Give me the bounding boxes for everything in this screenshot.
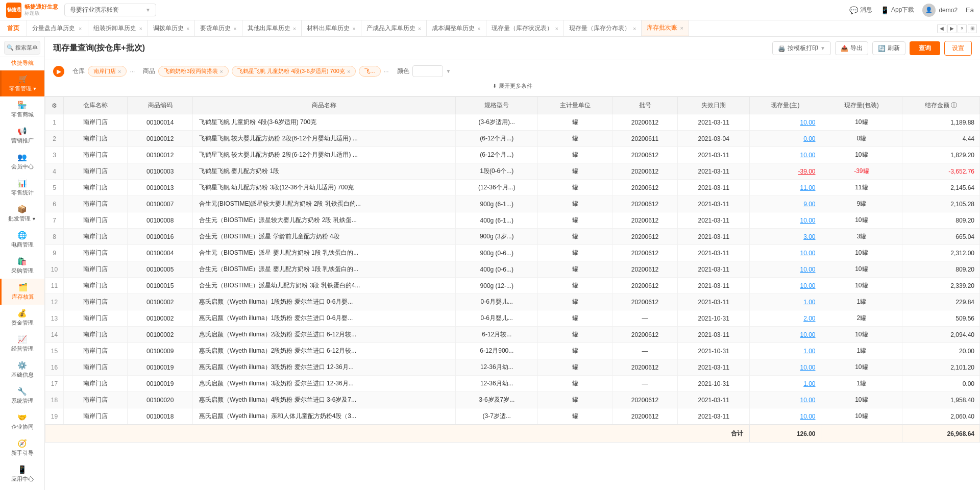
row-qty[interactable]: 10.00 (750, 147, 821, 163)
tab-zuhe[interactable]: 组装拆卸单历史 × (88, 20, 148, 37)
tab-qitachu[interactable]: 其他出库单历史 × (242, 20, 302, 37)
tag-close-icon[interactable]: × (220, 68, 223, 75)
product-filter-more[interactable]: ··· (384, 68, 389, 75)
tag-close-icon[interactable]: × (347, 68, 350, 75)
sidebar-item-stats[interactable]: 📊 零售统计 (0, 175, 44, 201)
filter-more-icon[interactable]: ··· (130, 68, 135, 75)
row-batch: — (612, 310, 678, 327)
tab-xianzailiang1-close[interactable]: × (555, 26, 558, 32)
row-qty[interactable]: 10.00 (750, 245, 821, 261)
product-tag-3[interactable]: 飞... (359, 66, 380, 77)
tab-fenpan[interactable]: 分量盘点单历史 × (27, 20, 88, 37)
row-name: 飞鹤星飞帆 较大婴儿配方奶粉 2段(6-12个月婴幼儿适用) ... (193, 131, 456, 147)
tab-zuhe-label: 组装拆卸单历史 (93, 24, 136, 33)
tab-zuhe-close[interactable]: × (139, 26, 142, 32)
tab-nav-controls: ◀ ▶ × ⊞ (934, 24, 980, 33)
row-qty-pkg: 1罐 (821, 376, 902, 392)
sidebar-item-marketing[interactable]: 📢 营销推广 (0, 122, 44, 149)
sidebar-item-apps[interactable]: 📱 应用中心 (0, 461, 44, 487)
tab-home[interactable]: 首页 (0, 20, 27, 37)
sidebar-item-member[interactable]: 👥 会员中心 (0, 149, 44, 175)
tab-prev-btn[interactable]: ◀ (937, 24, 946, 33)
color-input[interactable] (412, 65, 443, 77)
warehouse-tag[interactable]: 南岸门店 × (88, 66, 127, 77)
row-qty[interactable]: 3.00 (750, 229, 821, 245)
tab-menu-btn[interactable]: ⊞ (968, 24, 977, 33)
tab-fenpan-close[interactable]: × (78, 26, 83, 32)
tab-xianzailiang2-close[interactable]: × (633, 26, 636, 32)
row-qty[interactable]: 9.00 (750, 196, 821, 212)
tab-xianzailiang1[interactable]: 现存量（库存状况表） × (486, 20, 564, 37)
sidebar-item-finance[interactable]: 💰 资金管理 (0, 305, 44, 331)
row-qty[interactable]: 2.00 (750, 310, 821, 327)
row-qty[interactable]: 10.00 (750, 212, 821, 229)
tab-next-btn[interactable]: ▶ (947, 24, 957, 33)
filter-expand-arrow[interactable]: ▶ (53, 66, 64, 77)
row-qty[interactable]: 10.00 (750, 327, 821, 343)
row-qty[interactable]: 10.00 (750, 408, 821, 425)
tab-kucunpici[interactable]: 库存批次账 × (642, 20, 689, 37)
row-qty[interactable]: 1.00 (750, 343, 821, 359)
sidebar-item-enterprise[interactable]: 🤝 企业协同 (0, 409, 44, 435)
sidebar-item-wholesale[interactable]: 📦 批发管理 ▼ (0, 201, 44, 227)
tab-tiaopi[interactable]: 调拨单历史 × (148, 20, 195, 37)
tab-chengben-close[interactable]: × (477, 26, 480, 32)
settings-btn[interactable]: 设置 (944, 41, 972, 56)
tab-yaohuo[interactable]: 要货单历史 × (195, 20, 242, 37)
query-btn[interactable]: 查询 (910, 41, 940, 55)
row-qty[interactable]: 10.00 (750, 392, 821, 408)
row-batch: 20200612 (612, 261, 678, 278)
print-btn[interactable]: 🖨️ 按模板打印 ▼ (772, 41, 831, 55)
tab-qitachu-close[interactable]: × (293, 26, 296, 32)
row-qty[interactable]: -39.00 (750, 163, 821, 180)
row-qty[interactable]: 10.00 (750, 261, 821, 278)
tag-close-icon[interactable]: × (118, 68, 121, 75)
tab-xianzailiang2[interactable]: 现存量（库存分布表） × (564, 20, 642, 37)
sidebar-item-retail-mgmt[interactable]: 🛒 零售管理 ▼ (0, 70, 44, 96)
sidebar-item-guide[interactable]: 🧭 新手引导 (0, 435, 44, 461)
sidebar-item-ecommerce[interactable]: 🌐 电商管理 (0, 227, 44, 253)
sidebar-item-basic[interactable]: ⚙️ 基础信息 (0, 357, 44, 383)
row-no: 5 (45, 180, 64, 196)
sidebar-quicknav-btn[interactable]: 快捷导航 (0, 57, 44, 70)
product-tag-2[interactable]: 飞鹤星飞帆 儿童奶粉 4段(3-6岁适用) 700克 × (232, 66, 356, 77)
row-qty[interactable]: 1.00 (750, 376, 821, 392)
tab-close-all-btn[interactable]: × (958, 24, 967, 33)
app-download-btn[interactable]: 📱 App下载 (880, 6, 914, 14)
expand-more-btn[interactable]: ⬇ 展开更多条件 (53, 79, 972, 93)
product-tag-1[interactable]: 飞鹤奶粉3段丙筒搭装 × (158, 66, 229, 77)
row-warehouse: 南岸门店 (64, 131, 128, 147)
sidebar-item-system[interactable]: 🔧 系统管理 (0, 383, 44, 409)
row-code: 00100004 (128, 245, 193, 261)
messages-btn[interactable]: 💬 消息 (849, 6, 872, 14)
tab-cailiao-close[interactable]: × (352, 26, 355, 32)
export-btn[interactable]: 📤 导出 (835, 41, 868, 55)
sidebar-item-operation[interactable]: 📈 经营管理 (0, 331, 44, 357)
tab-kucunpici-close[interactable]: × (680, 25, 683, 31)
sidebar-item-inventory[interactable]: 🗂️ 库存核算 (0, 279, 44, 305)
row-expiry: 2021-03-11 (677, 114, 749, 131)
row-qty[interactable]: 0.00 (750, 131, 821, 147)
col-settings[interactable]: ⚙ (45, 97, 64, 114)
sidebar-search-btn[interactable]: 🔍 搜索菜单 (0, 37, 44, 57)
color-filter: 颜色 ▼ (397, 65, 451, 77)
row-qty[interactable]: 1.00 (750, 294, 821, 310)
tab-chengpin[interactable]: 产成品入库单历史 × (361, 20, 427, 37)
user-profile[interactable]: 👤 demo2 (922, 4, 958, 17)
row-qty[interactable]: 10.00 (750, 114, 821, 131)
row-amount: 20.00 (902, 343, 980, 359)
tab-yaohuo-close[interactable]: × (233, 26, 236, 32)
sidebar-item-retail-store[interactable]: 🏪 零售商城 (0, 96, 44, 122)
tab-cailiao[interactable]: 材料出库单历史 × (302, 20, 361, 37)
sidebar-item-purchase[interactable]: 🛍️ 采购管理 (0, 253, 44, 279)
refresh-btn[interactable]: 🔄 刷新 (872, 41, 905, 55)
row-qty[interactable]: 11.00 (750, 180, 821, 196)
sidebar-item-wechat[interactable]: 💬 企业微信 (0, 487, 44, 490)
warehouse-selector[interactable]: 母婴行业演示账套 ▼ (64, 4, 156, 16)
tab-chengpin-close[interactable]: × (418, 26, 421, 32)
apps-icon: 📱 (17, 465, 27, 474)
tab-chengben[interactable]: 成本调整单历史 × (427, 20, 486, 37)
tab-tiaopi-close[interactable]: × (186, 26, 189, 32)
row-qty[interactable]: 10.00 (750, 359, 821, 376)
row-qty[interactable]: 10.00 (750, 278, 821, 294)
